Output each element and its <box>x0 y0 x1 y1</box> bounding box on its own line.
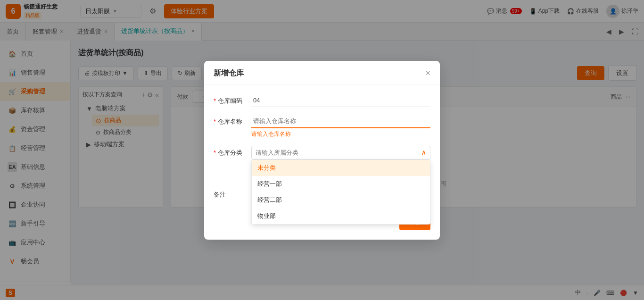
modal-header: 新增仓库 × <box>204 61 440 84</box>
name-input[interactable] <box>251 115 430 128</box>
dropdown-option-unclassified[interactable]: 未分类 <box>252 160 430 176</box>
code-input[interactable] <box>251 94 430 107</box>
modal-overlay: 新增仓库 × * 仓库编码 * 仓库名称 <box>0 0 644 300</box>
name-row: * 仓库名称 请输入仓库名称 <box>214 115 430 138</box>
name-label: * 仓库名称 <box>214 115 251 126</box>
category-input-wrap: ∧ 未分类 经营一部 经营二部 物业部 <box>251 146 430 159</box>
category-select-wrap: ∧ <box>251 146 430 159</box>
code-label: * 仓库编码 <box>214 94 251 105</box>
category-label: * 仓库分类 <box>214 146 251 157</box>
category-arrow-icon[interactable]: ∧ <box>421 148 427 157</box>
notes-label: 备注 <box>214 188 251 199</box>
modal-close-icon[interactable]: × <box>425 69 430 77</box>
dropdown-option-op2[interactable]: 经营二部 <box>252 192 430 208</box>
new-warehouse-modal: 新增仓库 × * 仓库编码 * 仓库名称 <box>204 61 440 240</box>
name-error-msg: 请输入仓库名称 <box>251 130 430 138</box>
modal-title: 新增仓库 <box>214 68 244 78</box>
dropdown-option-op3[interactable]: 物业部 <box>252 208 430 224</box>
category-row: * 仓库分类 ∧ 未分类 经营一部 经营二部 物业部 <box>214 146 430 159</box>
dropdown-option-op1[interactable]: 经营一部 <box>252 176 430 192</box>
category-dropdown: 未分类 经营一部 经营二部 物业部 <box>251 159 430 225</box>
code-row: * 仓库编码 <box>214 94 430 107</box>
name-input-wrap: 请输入仓库名称 <box>251 115 430 138</box>
code-input-wrap <box>251 94 430 107</box>
category-input[interactable] <box>251 146 430 159</box>
modal-body: * 仓库编码 * 仓库名称 请输入仓库名称 <box>204 84 440 214</box>
